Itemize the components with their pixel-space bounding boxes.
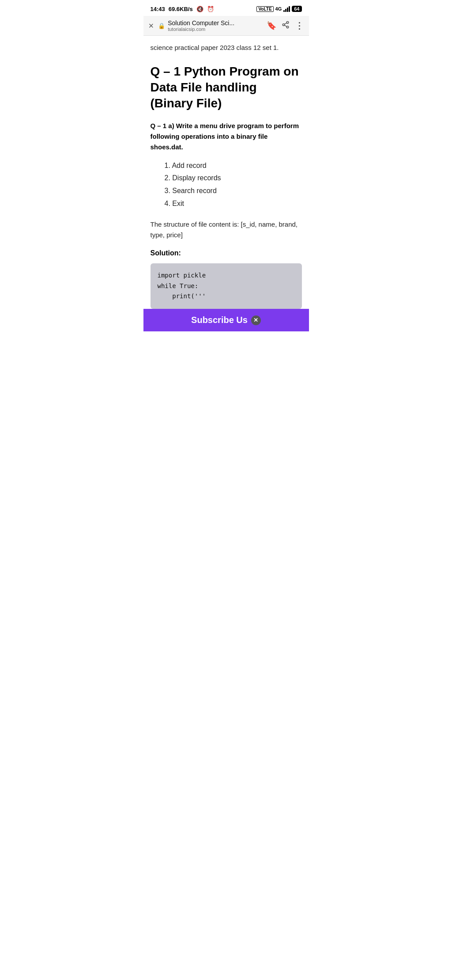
battery-indicator: 64 xyxy=(292,6,301,12)
structure-text: The structure of file content is: [s_id,… xyxy=(151,219,302,240)
status-bar: 14:43 69.6KB/s 🔇 ⏰ VoLTE 4G 64 xyxy=(143,0,309,16)
browser-actions: 🔖 ⋮ xyxy=(267,20,304,31)
solution-label: Solution: xyxy=(151,249,302,257)
share-icon[interactable] xyxy=(282,21,290,30)
main-heading: Q – 1 Python Program on Data File handli… xyxy=(151,64,302,112)
signal-bars xyxy=(283,6,290,12)
mute-icon: 🔇 xyxy=(196,6,203,12)
list-item: 3. Search record xyxy=(165,185,302,198)
list-item: 4. Exit xyxy=(165,198,302,210)
browser-bar: × 🔒 Solution Computer Sci... tutorialaic… xyxy=(143,16,309,36)
subscribe-close-button[interactable]: ✕ xyxy=(251,315,261,325)
subscribe-label: Subscribe Us xyxy=(191,315,248,325)
close-icon: ✕ xyxy=(253,317,258,323)
domain-label: tutorialaicsip.com xyxy=(168,27,234,32)
browser-close-button[interactable]: × xyxy=(149,21,154,31)
question-text: Q – 1 a) Write a menu drive program to p… xyxy=(151,121,302,152)
intro-text: science practical paper 2023 class 12 se… xyxy=(151,43,302,53)
lock-icon: 🔒 xyxy=(158,23,165,29)
alarm-icon: ⏰ xyxy=(207,6,214,12)
list-item: 1. Add record xyxy=(165,160,302,172)
list-item: 2. Display records xyxy=(165,172,302,185)
svg-line-3 xyxy=(284,25,286,27)
network-speed: 69.6KB/s xyxy=(169,6,193,12)
network-type: 4G xyxy=(275,6,282,11)
url-area: 🔒 Solution Computer Sci... tutorialaicsi… xyxy=(158,19,262,32)
more-options-icon[interactable]: ⋮ xyxy=(295,20,304,31)
url-text-block: Solution Computer Sci... tutorialaicsip.… xyxy=(168,19,234,32)
menu-list: 1. Add record 2. Display records 3. Sear… xyxy=(165,160,302,210)
time-display: 14:43 xyxy=(151,6,165,12)
page-title: Solution Computer Sci... xyxy=(168,19,234,27)
bookmark-icon[interactable]: 🔖 xyxy=(267,21,276,30)
subscribe-banner[interactable]: Subscribe Us ✕ xyxy=(143,309,309,331)
content-area: science practical paper 2023 class 12 se… xyxy=(143,36,309,309)
volte-badge: VoLTE xyxy=(256,6,273,12)
status-left: 14:43 69.6KB/s 🔇 ⏰ xyxy=(151,6,214,12)
code-content: import pickle while True: print(''' xyxy=(158,270,295,302)
code-block: import pickle while True: print(''' xyxy=(151,263,302,309)
svg-line-4 xyxy=(284,23,286,24)
status-right: VoLTE 4G 64 xyxy=(256,6,301,12)
